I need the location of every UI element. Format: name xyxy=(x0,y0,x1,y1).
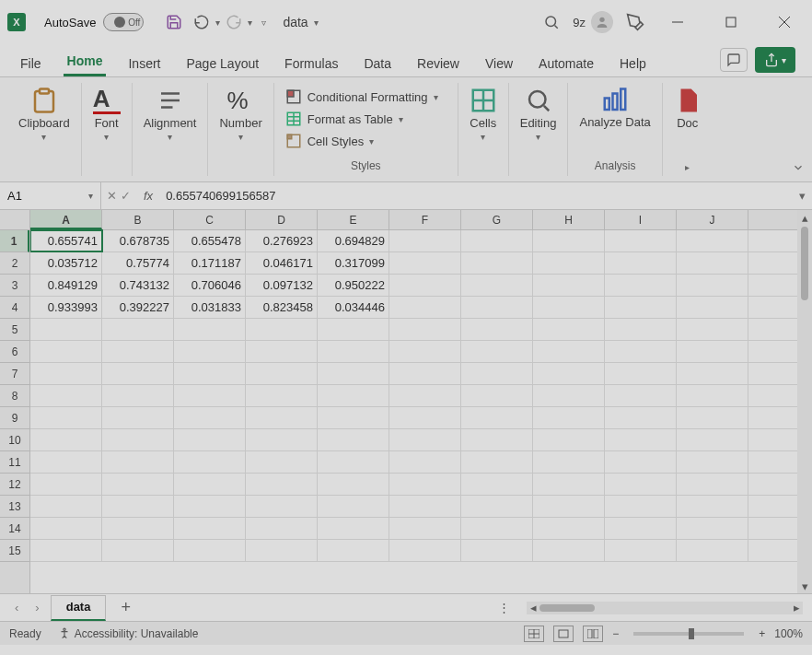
cell-G9[interactable] xyxy=(461,407,533,428)
cell-B14[interactable] xyxy=(102,518,174,539)
column-header-A[interactable]: A xyxy=(30,210,102,229)
cell-H8[interactable] xyxy=(533,385,605,406)
tab-home[interactable]: Home xyxy=(64,48,107,76)
cell-I13[interactable] xyxy=(605,496,677,517)
cell-H9[interactable] xyxy=(533,407,605,428)
cell-C3[interactable]: 0.706046 xyxy=(174,275,246,296)
font-button[interactable]: A Font ▾ xyxy=(93,87,121,142)
cell-A10[interactable] xyxy=(30,429,102,450)
cell-J7[interactable] xyxy=(677,363,748,384)
hscroll-thumb[interactable] xyxy=(539,604,595,612)
scroll-up-icon[interactable]: ▴ xyxy=(802,210,808,225)
cell-F12[interactable] xyxy=(389,474,461,495)
cell-D6[interactable] xyxy=(246,341,318,362)
cell-G13[interactable] xyxy=(461,496,533,517)
pen-icon[interactable] xyxy=(626,13,644,31)
cell-J3[interactable] xyxy=(677,275,748,296)
row-header-9[interactable]: 9 xyxy=(0,407,29,429)
column-header-H[interactable]: H xyxy=(533,210,605,229)
cell-J13[interactable] xyxy=(677,496,748,517)
collapse-ribbon-button[interactable] xyxy=(792,161,805,174)
cell-E1[interactable]: 0.694829 xyxy=(318,230,389,251)
cell-E15[interactable] xyxy=(318,540,389,561)
cell-F5[interactable] xyxy=(389,319,461,340)
cell-C7[interactable] xyxy=(174,363,246,384)
cell-B4[interactable]: 0.392227 xyxy=(102,297,174,318)
cell-B3[interactable]: 0.743132 xyxy=(102,275,174,296)
cell-J1[interactable] xyxy=(677,230,748,251)
cell-C5[interactable] xyxy=(174,319,246,340)
tab-automate[interactable]: Automate xyxy=(535,51,597,76)
column-header-F[interactable]: F xyxy=(389,210,461,229)
row-header-4[interactable]: 4 xyxy=(0,297,29,319)
close-button[interactable] xyxy=(764,7,805,37)
enter-fx-button[interactable]: ✓ xyxy=(121,189,131,203)
cell-A8[interactable] xyxy=(30,385,102,406)
cell-A15[interactable] xyxy=(30,540,102,561)
cell-I1[interactable] xyxy=(605,230,677,251)
cell-E7[interactable] xyxy=(318,363,389,384)
cell-H11[interactable] xyxy=(533,451,605,473)
cell-A4[interactable]: 0.933993 xyxy=(30,297,102,318)
account-button[interactable]: 9z xyxy=(573,11,613,33)
row-header-2[interactable]: 2 xyxy=(0,252,29,275)
cell-B1[interactable]: 0.678735 xyxy=(102,230,174,251)
cell-E2[interactable]: 0.317099 xyxy=(318,252,389,274)
cell-I15[interactable] xyxy=(605,540,677,561)
cell-E14[interactable] xyxy=(318,518,389,539)
cell-B5[interactable] xyxy=(102,319,174,340)
cell-B11[interactable] xyxy=(102,451,174,473)
cell-D15[interactable] xyxy=(246,540,318,561)
analyze-data-button[interactable]: Analyze Data xyxy=(579,87,650,130)
cell-E10[interactable] xyxy=(318,429,389,450)
cell-G8[interactable] xyxy=(461,385,533,406)
cell-C12[interactable] xyxy=(174,474,246,495)
cell-F2[interactable] xyxy=(389,252,461,274)
cell-D8[interactable] xyxy=(246,385,318,406)
cell-C2[interactable]: 0.171187 xyxy=(174,252,246,274)
cell-C8[interactable] xyxy=(174,385,246,406)
cell-J2[interactable] xyxy=(677,252,748,274)
cancel-fx-button[interactable]: ✕ xyxy=(107,189,117,203)
cell-C9[interactable] xyxy=(174,407,246,428)
cell-I10[interactable] xyxy=(605,429,677,450)
cell-H7[interactable] xyxy=(533,363,605,384)
cell-F6[interactable] xyxy=(389,341,461,362)
row-header-11[interactable]: 11 xyxy=(0,451,29,474)
cell-J15[interactable] xyxy=(677,540,748,561)
cell-G7[interactable] xyxy=(461,363,533,384)
select-all-corner[interactable] xyxy=(0,210,29,230)
cell-H4[interactable] xyxy=(533,297,605,318)
cell-A2[interactable]: 0.035712 xyxy=(30,252,102,274)
cell-H14[interactable] xyxy=(533,518,605,539)
cell-E8[interactable] xyxy=(318,385,389,406)
cell-B9[interactable] xyxy=(102,407,174,428)
doc-button[interactable]: Doc xyxy=(674,87,702,130)
cell-E9[interactable] xyxy=(318,407,389,428)
redo-button[interactable] xyxy=(222,10,246,34)
cell-F1[interactable] xyxy=(389,230,461,251)
tab-review[interactable]: Review xyxy=(413,51,463,76)
horizontal-scrollbar[interactable]: ◂ ▸ xyxy=(527,602,803,614)
cell-G14[interactable] xyxy=(461,518,533,539)
cell-I7[interactable] xyxy=(605,363,677,384)
cell-J11[interactable] xyxy=(677,451,748,473)
sheet-nav-prev[interactable]: ‹ xyxy=(9,601,24,614)
cell-D9[interactable] xyxy=(246,407,318,428)
cell-styles-button[interactable]: Cell Styles ▾ xyxy=(285,133,374,149)
cell-D11[interactable] xyxy=(246,451,318,473)
cell-D5[interactable] xyxy=(246,319,318,340)
format-as-table-button[interactable]: Format as Table ▾ xyxy=(285,111,403,127)
comments-button[interactable] xyxy=(720,48,748,72)
add-sheet-button[interactable]: + xyxy=(111,598,140,617)
column-header-G[interactable]: G xyxy=(461,210,533,229)
row-header-3[interactable]: 3 xyxy=(0,275,29,297)
cell-J9[interactable] xyxy=(677,407,748,428)
cell-D12[interactable] xyxy=(246,474,318,495)
cell-E12[interactable] xyxy=(318,474,389,495)
cell-D13[interactable] xyxy=(246,496,318,517)
column-header-B[interactable]: B xyxy=(102,210,174,229)
save-button[interactable] xyxy=(162,10,186,34)
view-normal-button[interactable] xyxy=(524,626,544,642)
cell-I6[interactable] xyxy=(605,341,677,362)
